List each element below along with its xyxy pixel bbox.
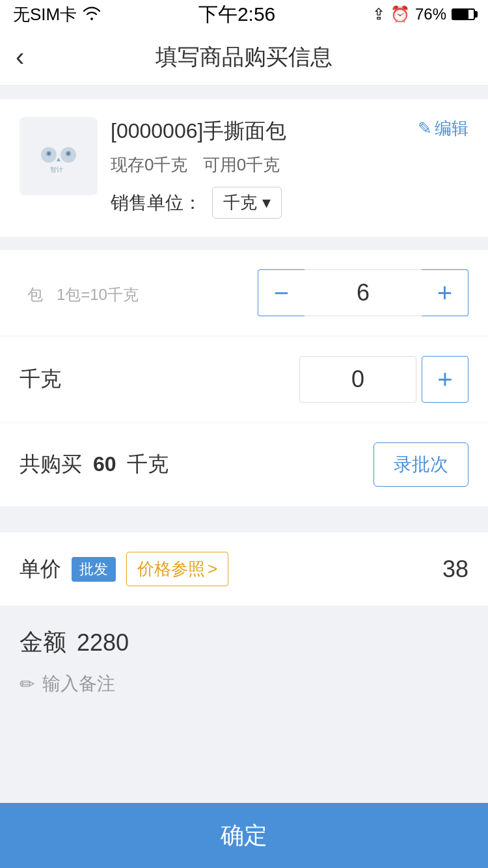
summary-amount: 60 <box>93 452 116 476</box>
product-name: [0000006]手撕面包 <box>111 117 286 146</box>
bao-label-text: 包 <box>27 286 43 303</box>
status-indicators: ⇪ ⏰ 76% <box>372 5 475 23</box>
svg-marker-6 <box>57 157 61 161</box>
edit-button[interactable]: ✎ 编辑 <box>418 117 468 140</box>
stock-text: 现存0千克 <box>111 155 187 174</box>
bao-quantity-control: − + <box>258 269 468 316</box>
price-label: 单价 <box>20 555 61 584</box>
price-ref-arrow: > <box>208 559 217 579</box>
summary-unit: 千克 <box>127 452 169 476</box>
edit-label: 编辑 <box>435 117 468 140</box>
wifi-icon <box>82 5 102 25</box>
price-label-group: 单价 批发 价格参照 > <box>20 552 228 586</box>
kg-quantity-input[interactable] <box>299 356 416 403</box>
price-value: 38 <box>442 556 468 583</box>
edit-icon: ✎ <box>418 118 432 139</box>
page-title: 填写商品购买信息 <box>156 42 332 72</box>
batch-button[interactable]: 录批次 <box>373 442 468 487</box>
bao-minus-button[interactable]: − <box>258 269 305 316</box>
nav-bar: ‹ 填写商品购买信息 <box>0 29 488 86</box>
location-icon: ⇪ <box>372 5 385 23</box>
confirm-bar[interactable]: 确定 <box>0 803 488 868</box>
product-card: 智计 [0000006]手撕面包 ✎ 编辑 现存0千克 可用0千克 销售单位： … <box>0 99 488 237</box>
kg-plus-button[interactable]: + <box>422 356 468 403</box>
remark-placeholder: 输入备注 <box>42 671 115 696</box>
amount-section: 金额 2280 ✏ 输入备注 <box>0 607 488 716</box>
summary-label: 共购买 <box>20 452 82 476</box>
confirm-button[interactable]: 确定 <box>221 820 267 852</box>
kg-label: 千克 <box>20 365 61 394</box>
status-bar: 无SIM卡 下午2:56 ⇪ ⏰ 76% <box>0 0 488 29</box>
bao-label: 包 1包=10千克 <box>20 281 139 305</box>
price-ref-label: 价格参照 <box>137 558 205 580</box>
status-time: 下午2:56 <box>198 1 275 28</box>
bao-quantity-input[interactable] <box>305 269 422 316</box>
carrier-text: 无SIM卡 <box>13 3 77 26</box>
price-section: 单价 批发 价格参照 > 38 <box>0 532 488 606</box>
amount-row: 金额 2280 <box>20 627 468 658</box>
bao-hint: 1包=10千克 <box>57 286 139 303</box>
back-button[interactable]: ‹ <box>16 42 24 72</box>
status-carrier: 无SIM卡 <box>13 3 102 26</box>
amount-value: 2280 <box>77 629 129 657</box>
remark-icon: ✏ <box>20 673 34 695</box>
quantity-row-bao: 包 1包=10千克 − + <box>0 250 488 336</box>
unit-dropdown[interactable]: 千克 ▾ <box>212 187 282 219</box>
product-info: [0000006]手撕面包 ✎ 编辑 现存0千克 可用0千克 销售单位： 千克 … <box>111 117 468 219</box>
summary-text: 共购买 60 千克 <box>20 450 169 479</box>
bao-plus-button[interactable]: + <box>422 269 468 316</box>
svg-point-5 <box>67 152 70 155</box>
unit-value: 千克 <box>223 191 257 214</box>
price-type-tag: 批发 <box>72 557 116 582</box>
remark-row[interactable]: ✏ 输入备注 <box>20 671 468 696</box>
battery-icon <box>452 8 475 20</box>
quantity-row-kg: 千克 + <box>0 336 488 422</box>
available-text: 可用0千克 <box>203 155 280 174</box>
section-divider-1 <box>0 237 488 250</box>
svg-text:智计: 智计 <box>50 166 63 173</box>
kg-quantity-control: + <box>299 356 468 403</box>
dropdown-arrow: ▾ <box>262 193 271 213</box>
section-divider-2 <box>0 506 488 519</box>
product-image: 智计 <box>20 117 98 195</box>
summary-row: 共购买 60 千克 录批次 <box>0 423 488 506</box>
amount-label: 金额 <box>20 627 66 658</box>
alarm-icon: ⏰ <box>390 5 410 23</box>
battery-text: 76% <box>415 5 446 23</box>
svg-point-4 <box>47 152 50 155</box>
product-unit: 销售单位： 千克 ▾ <box>111 187 468 219</box>
product-stock: 现存0千克 可用0千克 <box>111 154 468 176</box>
price-ref-button[interactable]: 价格参照 > <box>126 552 228 586</box>
unit-label: 销售单位： <box>111 191 202 215</box>
